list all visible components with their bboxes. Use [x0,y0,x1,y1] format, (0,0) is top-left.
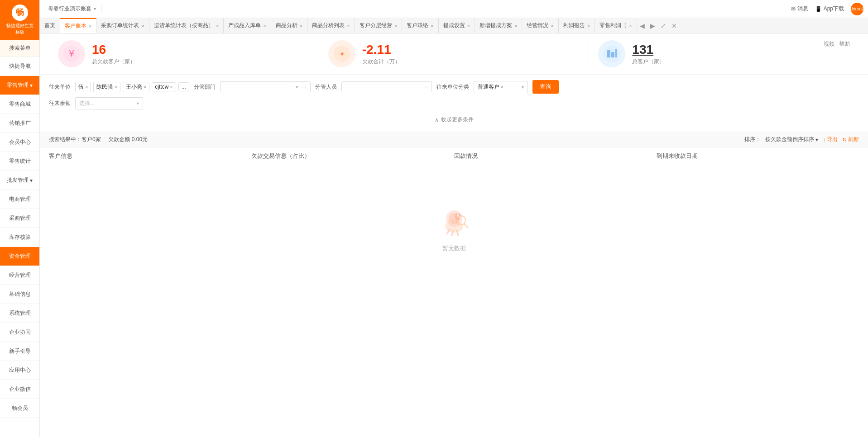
tab-product-in[interactable]: 产成品入库单 × [224,18,271,33]
sidebar-item-beginner-guide[interactable]: 新手引导 [0,342,39,361]
tab-customer-capital[interactable]: 客户账本 × [60,18,96,33]
sidebar-item-purchase[interactable]: 采购管理 [0,209,39,228]
tab-purchase-order-stat-close[interactable]: × [141,23,144,28]
tab-operation-status[interactable]: 经营情况 × [522,18,558,33]
tab-operation-status-close[interactable]: × [551,23,553,28]
sidebar-item-retail-mall[interactable]: 零售商城 [0,95,39,114]
tab-goods-analysis[interactable]: 商品分析 × [271,18,307,33]
sidebar-item-member-center[interactable]: 会员中心 [0,133,39,152]
tab-customer-capital-close[interactable]: × [89,24,91,29]
marketing-label: 营销推广 [9,120,31,126]
tab-customer-tier[interactable]: 客户分层经营 × [355,18,402,33]
enterprise-collab-label: 企业协同 [9,329,31,335]
sidebar-item-operation[interactable]: 经营管理 [0,266,39,285]
brand-chevron-icon: ▾ [94,6,96,11]
sidebar-item-capital[interactable]: 资金管理 [0,247,39,266]
sidebar-item-app-center[interactable]: 应用中心 [0,361,39,380]
app-download-button[interactable]: 📱 App下载 [815,5,844,13]
sidebar-item-retail-mgmt[interactable]: 零售管理 ▾ [0,76,39,95]
tab-expand-button[interactable]: ⤢ [658,18,669,33]
brand-selector[interactable]: 母婴行业演示账套 ▾ [44,5,102,13]
export-button[interactable]: ↑ 导出 [823,136,838,143]
app-download-icon: 📱 [815,6,822,12]
tab-customer-tier-label: 客户分层经营 [360,22,392,29]
tab-stock-stat-label: 进货单统计表（按商品） [154,22,214,29]
dept-filter-select[interactable]: ▾ ··· [220,81,311,92]
query-button[interactable]: 查询 [532,80,559,94]
tab-goods-analysis-label: 商品分析 [276,22,297,29]
tab-next-button[interactable]: ▶ [647,18,658,33]
sidebar-item-quick-nav[interactable]: 快捷导航 [0,57,39,76]
refresh-button[interactable]: ↻ 刷新 [842,136,859,143]
tab-home[interactable]: 首页 [40,18,60,33]
sidebar-item-inventory[interactable]: 库存核算 [0,228,39,247]
wholesale-arrow: ▾ [30,177,33,184]
tab-close-all-button[interactable]: ✕ [669,18,680,33]
stat-customers: ¥ 16 总欠款客户（家） [49,40,319,67]
tab-customer-tier-close[interactable]: × [394,23,397,28]
tab-stock-stat[interactable]: 进货单统计表（按商品） × [149,18,224,33]
basic-info-label: 基础信息 [9,291,31,297]
tab-customer-contact[interactable]: 客户联络 × [402,18,438,33]
unit-tag-wu-close[interactable]: × [85,84,88,90]
sidebar-item-basic-info[interactable]: 基础信息 [0,285,39,304]
sidebar-item-vip-member[interactable]: 畅会员 [0,399,39,418]
avatar[interactable]: demo2 [851,3,863,15]
sort-select[interactable]: 按欠款金额倒序排序 ▾ [765,136,818,143]
tab-retail-profit-close[interactable]: × [629,23,632,28]
tab-new-raise-plan-close[interactable]: × [514,23,517,28]
tab-goods-analysis-list-close[interactable]: × [347,23,350,28]
tab-stock-stat-close[interactable]: × [216,23,219,28]
sidebar-item-marketing[interactable]: 营销推广 [0,114,39,133]
sidebar-item-wholesale-mgmt[interactable]: 批发管理 ▾ [0,171,39,190]
message-button[interactable]: ✉ 消息 [791,5,808,13]
tab-goods-analysis-list-label: 商品分析列表 [312,22,345,29]
unit-filter-label: 往来单位 [49,83,71,91]
tab-home-label: 首页 [44,22,55,29]
tab-purchase-order-stat-label: 采购订单统计表 [101,22,139,29]
tab-product-in-close[interactable]: × [263,23,266,28]
svg-text:¥: ¥ [68,48,74,58]
person-more-icon[interactable]: ··· [423,84,428,90]
tab-purchase-order-stat[interactable]: 采购订单统计表 × [96,18,149,33]
unit-tag-wang-close[interactable]: × [144,84,146,90]
help-link[interactable]: 帮助 [839,40,850,48]
video-link[interactable]: 视频 [824,40,834,48]
tab-profit-report-close[interactable]: × [587,23,590,28]
collapse-button[interactable]: ∧ 收起更多条件 [49,113,859,126]
tab-goods-analysis-close[interactable]: × [300,23,302,28]
unit-tag-cjttcw-close[interactable]: × [170,84,173,90]
unit-tag-chen-close[interactable]: × [114,84,117,90]
tab-retail-profit[interactable]: 零售利润（ × [595,18,637,33]
sidebar-item-ecommerce[interactable]: 电商管理 [0,190,39,209]
refresh-icon: ↻ [842,137,847,143]
tab-raise-setting-close[interactable]: × [467,23,470,28]
tab-new-raise-plan[interactable]: 新增提成方案 × [475,18,522,33]
tab-raise-setting[interactable]: 提成设置 × [439,18,475,33]
balance-filter-select[interactable]: 选择... ▾ [75,97,143,109]
svg-text:✦: ✦ [339,50,345,58]
sidebar-item-retail-stat[interactable]: 零售统计 [0,152,39,171]
balance-chevron-icon: ▾ [137,101,139,106]
person-filter-select[interactable]: ··· [341,81,432,92]
purchase-label: 采购管理 [9,215,31,221]
sidebar-item-enterprise-wechat[interactable]: 企业微信 [0,380,39,399]
tab-profit-report[interactable]: 利润报告 × [559,18,595,33]
retail-mgmt-label: 零售管理 [7,81,29,89]
unit-tag-more[interactable]: ... [178,82,189,91]
search-summary: 搜索结果中：客户0家 [49,136,101,142]
category-tag-close[interactable]: × [501,84,504,90]
balance-filter-label: 往来余额 [49,100,71,107]
sidebar-item-enterprise-collab[interactable]: 企业协同 [0,323,39,342]
sidebar-logo[interactable]: 畅 畅捷通好生意 标版 [0,0,39,40]
tab-prev-button[interactable]: ◀ [637,18,647,33]
sidebar-item-search[interactable]: 搜索菜单 [0,40,39,57]
category-filter-select[interactable]: 普通客户 × ▾ [474,81,528,93]
tab-goods-analysis-list[interactable]: 商品分析列表 × [307,18,355,33]
debt-values: -2.11 欠款合计（万） [362,43,400,66]
dept-more-icon[interactable]: ··· [302,84,307,90]
logo-icon: 畅 [12,5,28,21]
ecommerce-label: 电商管理 [9,196,31,202]
tab-customer-contact-close[interactable]: × [431,23,433,28]
sidebar-item-system[interactable]: 系统管理 [0,304,39,323]
